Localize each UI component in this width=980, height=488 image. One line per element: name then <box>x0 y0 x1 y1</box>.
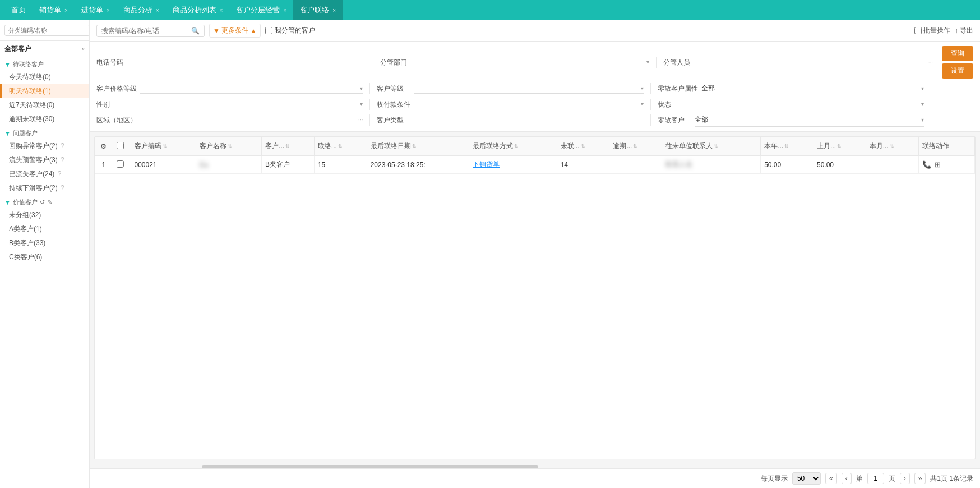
sidebar-item-tomorrow-contact[interactable]: 明天待联络(1) <box>0 84 89 98</box>
my-customers-check[interactable] <box>265 27 272 34</box>
sidebar-search-input[interactable] <box>4 25 90 36</box>
row-checkbox[interactable] <box>117 160 124 168</box>
nav-home[interactable]: 首页 <box>4 0 33 20</box>
sidebar: 🔍 全部客户 « ▼ 待联络客户 今天待联络(0) 明天待联络(1) 近7天待联… <box>0 20 90 488</box>
scrollbar-thumb[interactable] <box>202 465 538 468</box>
close-product-analysis-icon[interactable]: × <box>156 7 159 13</box>
sidebar-item-7day-contact[interactable]: 近7天待联络(0) <box>0 98 89 112</box>
col-overdue[interactable]: 逾期... ⇅ <box>609 137 662 156</box>
sidebar-item-churned[interactable]: 已流失客户(24) ? <box>0 167 89 181</box>
customer-level-select[interactable]: ▾ <box>414 84 643 94</box>
sidebar-item-c-class[interactable]: C类客户(6) <box>0 250 89 264</box>
col-action: 联络动作 <box>918 137 974 156</box>
my-customers-checkbox[interactable]: 我分管的客户 <box>265 26 315 35</box>
col-this-year[interactable]: 本年... ⇅ <box>761 137 813 156</box>
col-code[interactable]: 客户编码 ⇅ <box>131 137 196 156</box>
value-customers-group[interactable]: ▼ 价值客户 ↺ ✎ <box>0 195 89 208</box>
sidebar-item-overdue-contact[interactable]: 逾期未联络(30) <box>0 112 89 126</box>
col-type[interactable]: 客户... ⇅ <box>262 137 315 156</box>
close-customer-contact-icon[interactable]: × <box>332 7 336 13</box>
pending-contact-group[interactable]: ▼ 待联络客户 <box>0 57 89 70</box>
customer-type-field: 客户类型 <box>377 116 643 125</box>
more-conditions-btn[interactable]: ▼ 更多条件 ▲ <box>209 24 261 38</box>
cell-last-contact-method[interactable]: 下销货单 <box>469 156 557 174</box>
nav-customer-contact[interactable]: 客户联络 × <box>293 0 343 20</box>
all-customers-header[interactable]: 全部客户 « <box>0 41 89 57</box>
price-level-select[interactable]: ▾ <box>140 84 363 94</box>
page-suffix-label: 页 <box>889 474 895 484</box>
payment-terms-select[interactable]: ▾ <box>414 99 643 109</box>
page-number-input[interactable] <box>867 473 884 484</box>
edit-value-icon[interactable]: ✎ <box>47 199 52 206</box>
customer-table: ⚙ 客户编码 ⇅ 客户名称 <box>95 137 975 174</box>
nav-purchase-order[interactable]: 进货单 × <box>75 0 117 20</box>
retail-attr-select[interactable]: 全部 ▾ <box>701 82 924 95</box>
query-button[interactable]: 查询 <box>942 46 973 61</box>
col-this-month[interactable]: 本月... ⇅ <box>866 137 918 156</box>
sidebar-item-churn-warning[interactable]: 流失预警客户(3) ? <box>0 153 89 167</box>
sidebar-search-area: 🔍 <box>0 20 89 41</box>
close-product-analysis-list-icon[interactable]: × <box>220 7 223 13</box>
export-btn[interactable]: ↑ 导出 <box>955 26 973 35</box>
batch-checkbox[interactable] <box>914 27 922 34</box>
col-settings[interactable]: ⚙ <box>95 137 113 156</box>
col-last-contact-date[interactable]: 最后联络日期 ⇅ <box>367 137 469 156</box>
nav-product-analysis-list[interactable]: 商品分析列表 × <box>166 0 230 20</box>
horizontal-scrollbar[interactable] <box>90 464 980 468</box>
nav-sales-order[interactable]: 销货单 × <box>33 0 75 20</box>
cell-index: 1 <box>95 156 113 174</box>
last-page-btn[interactable]: » <box>914 473 926 484</box>
col-last-contact-method[interactable]: 最后联络方式 ⇅ <box>469 137 557 156</box>
manager-field: 分管人员 ··· <box>663 57 933 67</box>
sidebar-item-today-contact[interactable]: 今天待联络(0) <box>0 70 89 84</box>
dept-select[interactable]: ▾ <box>417 57 650 67</box>
grid-icon[interactable]: ⊞ <box>935 160 941 169</box>
nav-customer-layering[interactable]: 客户分层经营 × <box>229 0 293 20</box>
collapse-icon: « <box>81 46 85 52</box>
col-contact[interactable]: 联络... ⇅ <box>314 137 367 156</box>
per-page-select[interactable]: 50 100 200 <box>792 472 821 485</box>
refresh-icon[interactable]: ↺ <box>40 199 45 206</box>
status-label: 状态 <box>658 100 691 109</box>
close-customer-layering-icon[interactable]: × <box>283 7 286 13</box>
search-icon[interactable]: 🔍 <box>191 27 200 35</box>
cell-checkbox[interactable] <box>113 156 131 174</box>
phone-input[interactable] <box>133 57 366 68</box>
retail-attr-label: 零散客户属性 <box>658 84 698 94</box>
retail-attr-field: 零散客户属性 全部 ▾ <box>658 82 924 95</box>
sidebar-item-b-class[interactable]: B类客户(33) <box>0 236 89 250</box>
prev-page-btn[interactable]: ‹ <box>842 473 852 484</box>
select-all-checkbox[interactable] <box>117 142 124 149</box>
call-icon[interactable]: 📞 <box>922 160 931 169</box>
col-last-month[interactable]: 上月... ⇅ <box>813 137 866 156</box>
manager-select[interactable]: ··· <box>700 57 933 67</box>
col-uncontacted[interactable]: 未联... ⇅ <box>557 137 609 156</box>
customer-type-select[interactable] <box>414 118 643 122</box>
sort-date-icon: ⇅ <box>412 144 417 149</box>
status-field: 状态 ▾ <box>658 99 924 109</box>
payment-terms-label: 收付款条件 <box>377 100 410 109</box>
nav-product-analysis[interactable]: 商品分析 × <box>117 0 166 20</box>
all-customers-label: 全部客户 <box>4 44 31 54</box>
area-select[interactable]: ··· <box>140 115 363 125</box>
sort-code-icon: ⇅ <box>163 144 167 149</box>
divider-4 <box>650 83 651 94</box>
gender-select[interactable]: ▾ <box>133 99 363 109</box>
status-select[interactable]: ▾ <box>695 99 924 109</box>
set-button[interactable]: 设置 <box>942 63 973 79</box>
close-sales-order-icon[interactable]: × <box>64 7 68 13</box>
col-name[interactable]: 客户名称 ⇅ <box>196 137 262 156</box>
retail-customer-select[interactable]: 全部 ▾ <box>695 113 924 127</box>
sidebar-item-ungrouped[interactable]: 未分组(32) <box>0 208 89 222</box>
col-unit-contact[interactable]: 往来单位联系人 ⇅ <box>662 137 761 156</box>
col-checkbox[interactable] <box>113 137 131 156</box>
first-page-btn[interactable]: « <box>825 473 837 484</box>
close-purchase-order-icon[interactable]: × <box>107 7 110 13</box>
problem-customers-group[interactable]: ▼ 问题客户 <box>0 126 89 139</box>
sidebar-item-continuous-decline[interactable]: 持续下滑客户(2) ? <box>0 181 89 195</box>
search-input[interactable] <box>101 27 191 35</box>
sidebar-item-repurchase-abnormal[interactable]: 回购异常客户(2) ? <box>0 139 89 153</box>
sidebar-item-a-class[interactable]: A类客户(1) <box>0 222 89 236</box>
next-page-btn[interactable]: › <box>900 473 910 484</box>
batch-operation-btn[interactable]: 批量操作 <box>914 26 950 35</box>
